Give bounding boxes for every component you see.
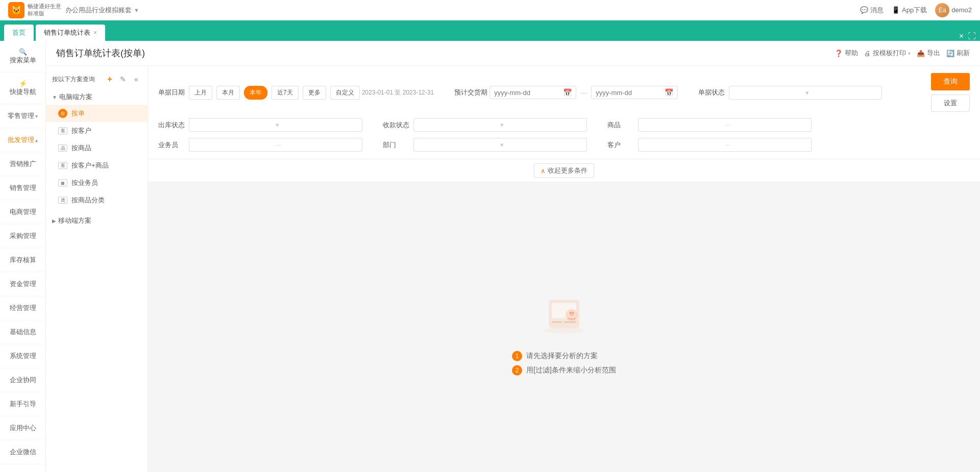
settings-button[interactable]: 设置 bbox=[931, 95, 970, 112]
top-bar-left: 🐱 畅捷通好生意 标准版 办公用品行业模拟账套 ▼ bbox=[8, 2, 139, 18]
tab-close-button[interactable]: × bbox=[93, 29, 97, 36]
calendar-end-icon[interactable]: 📅 bbox=[665, 88, 673, 97]
custom-date-btn[interactable]: 自定义 bbox=[330, 86, 360, 100]
date-range-text: 2023-01-01 至 2023-12-31 bbox=[362, 88, 434, 97]
print-dropdown-icon: ▾ bbox=[908, 51, 911, 56]
svg-point-0 bbox=[544, 327, 584, 334]
top-bar-right: 💬 消息 📱 App下载 Ea demo2 bbox=[860, 3, 972, 17]
sidebar-item-inventory[interactable]: 库存核算 bbox=[0, 248, 45, 272]
this-month-btn[interactable]: 本月 bbox=[216, 86, 240, 100]
mobile-icon: 📱 bbox=[892, 6, 900, 14]
collapse-filters-button[interactable]: ∧ 收起更多条件 bbox=[534, 163, 594, 178]
salesperson-more-icon[interactable]: ··· bbox=[274, 141, 357, 149]
sidebar-item-corp[interactable]: 企业协同 bbox=[0, 368, 45, 392]
message-icon: 💬 bbox=[860, 6, 868, 14]
customer-group: 客户 ··· bbox=[607, 138, 812, 152]
svg-rect-3 bbox=[552, 321, 562, 323]
app-download-button[interactable]: 📱 App下载 bbox=[892, 6, 927, 15]
sidebar-item-sales[interactable]: 销售管理 bbox=[0, 176, 45, 200]
help-button[interactable]: ❓ 帮助 bbox=[835, 49, 858, 58]
collection-status-select[interactable]: ▾ bbox=[413, 118, 587, 132]
user-menu[interactable]: Ea demo2 bbox=[935, 3, 972, 17]
maximize-button[interactable]: ⛶ bbox=[968, 32, 976, 41]
collapse-panel-button[interactable]: « bbox=[131, 74, 141, 84]
minimize-button[interactable]: × bbox=[959, 32, 964, 41]
add-plan-button[interactable]: + bbox=[105, 74, 115, 84]
goods-more-icon[interactable]: ··· bbox=[723, 121, 806, 129]
sidebar-item-search-menu[interactable]: 🔍 搜索菜单 bbox=[0, 41, 45, 73]
main-layout: 🔍 搜索菜单 ⚡ 快捷导航 零售管理 ▾ 批发管理 ▴ 营销推广 销售管理 电商… bbox=[0, 41, 980, 472]
refresh-button[interactable]: 🔄 刷新 bbox=[946, 49, 970, 58]
sidebar-item-app-center[interactable]: 应用中心 bbox=[0, 416, 45, 440]
page-title: 销售订单统计表(按单) bbox=[56, 47, 145, 59]
message-button[interactable]: 💬 消息 bbox=[860, 6, 884, 15]
last-7-days-btn[interactable]: 近7天 bbox=[272, 86, 299, 100]
empty-state: 1 请先选择要分析的方案 2 用[过滤]条件来缩小分析范围 bbox=[512, 279, 616, 375]
by-goods-icon: 品 bbox=[58, 145, 67, 152]
retail-expand-icon: ▾ bbox=[35, 113, 38, 119]
sidebar-item-quick-nav[interactable]: ⚡ 快捷导航 bbox=[0, 73, 45, 104]
delivery-date-end[interactable]: 📅 bbox=[591, 86, 678, 99]
help-icon: ❓ bbox=[835, 50, 843, 57]
current-year-btn[interactable]: 本年 bbox=[244, 86, 267, 100]
more-date-btn[interactable]: 更多 bbox=[303, 86, 326, 100]
customer-more-icon[interactable]: ··· bbox=[723, 141, 806, 149]
delivery-date-start[interactable]: 📅 bbox=[489, 86, 576, 99]
department-select[interactable]: ▾ bbox=[413, 138, 587, 152]
action-button-group: 查询 设置 bbox=[931, 73, 970, 112]
goods-select[interactable]: ··· bbox=[638, 118, 812, 132]
expected-delivery-group: 预计交货期 📅 — 📅 bbox=[454, 86, 678, 99]
empty-hints: 1 请先选择要分析的方案 2 用[过滤]条件来缩小分析范围 bbox=[512, 351, 616, 375]
sidebar-item-operations[interactable]: 经营管理 bbox=[0, 296, 45, 320]
plan-item-by-goods[interactable]: 品 按商品 bbox=[46, 139, 148, 157]
collapse-bar: ∧ 收起更多条件 bbox=[148, 159, 980, 182]
mobile-plan-group[interactable]: ▶ 移动端方案 bbox=[46, 213, 148, 228]
sidebar-item-ecommerce[interactable]: 电商管理 bbox=[0, 200, 45, 224]
left-panel-icons: + ✎ « bbox=[105, 74, 141, 84]
left-panel: 按以下方案查询 + ✎ « ▼ 电脑端方案 按 按单 bbox=[46, 66, 148, 472]
sidebar-item-newbie[interactable]: 新手引导 bbox=[0, 392, 45, 416]
export-button[interactable]: 📤 导出 bbox=[917, 49, 940, 58]
svg-point-7 bbox=[570, 312, 571, 313]
data-area: 1 请先选择要分析的方案 2 用[过滤]条件来缩小分析范围 bbox=[148, 182, 980, 472]
outbound-status-select[interactable]: ▾ bbox=[189, 118, 362, 132]
tab-active[interactable]: 销售订单统计表 × bbox=[36, 25, 105, 41]
print-button[interactable]: 🖨 按模板打印 ▾ bbox=[864, 49, 911, 58]
sidebar-item-purchase[interactable]: 采购管理 bbox=[0, 224, 45, 248]
delivery-date-end-input[interactable] bbox=[596, 89, 662, 97]
calendar-start-icon[interactable]: 📅 bbox=[563, 88, 572, 97]
salesperson-select[interactable]: ··· bbox=[189, 138, 362, 152]
last-month-btn[interactable]: 上月 bbox=[189, 86, 212, 100]
order-status-select[interactable]: ▾ bbox=[729, 86, 882, 100]
by-salesperson-icon: ▦ bbox=[58, 179, 67, 186]
tab-home[interactable]: 首页 bbox=[4, 25, 34, 41]
plan-item-by-category[interactable]: 类 按商品分类 bbox=[46, 192, 148, 209]
sidebar-item-corp-wechat[interactable]: 企业微信 bbox=[0, 440, 45, 464]
plan-item-by-customer-goods[interactable]: 客 按客户+商品 bbox=[46, 157, 148, 174]
delivery-date-start-input[interactable] bbox=[494, 89, 560, 97]
export-icon: 📤 bbox=[917, 50, 925, 57]
plan-section-mobile: ▶ 移动端方案 bbox=[46, 211, 148, 230]
pc-group-arrow: ▼ bbox=[52, 95, 57, 100]
filter-row-3: 业务员 ··· 部门 ▾ bbox=[158, 138, 970, 152]
pc-plan-group[interactable]: ▼ 电脑端方案 bbox=[46, 89, 148, 105]
plan-item-by-customer[interactable]: 客 按客户 bbox=[46, 122, 148, 139]
breadcrumb: 办公用品行业模拟账套 ▼ bbox=[65, 6, 139, 15]
plan-item-by-salesperson[interactable]: ▦ 按业务员 bbox=[46, 174, 148, 192]
sidebar-item-marketing[interactable]: 营销推广 bbox=[0, 152, 45, 176]
sidebar-item-wholesale[interactable]: 批发管理 ▴ bbox=[0, 128, 45, 152]
sidebar-item-basic[interactable]: 基础信息 bbox=[0, 320, 45, 344]
sidebar-item-retail[interactable]: 零售管理 ▾ bbox=[0, 104, 45, 128]
inner-layout: 按以下方案查询 + ✎ « ▼ 电脑端方案 按 按单 bbox=[46, 66, 980, 472]
edit-plan-button[interactable]: ✎ bbox=[118, 74, 128, 84]
search-button[interactable]: 查询 bbox=[931, 73, 970, 90]
customer-select[interactable]: ··· bbox=[638, 138, 812, 152]
sidebar-item-system[interactable]: 系统管理 bbox=[0, 344, 45, 368]
sidebar-item-finance[interactable]: 资金管理 bbox=[0, 272, 45, 296]
plan-item-by-order[interactable]: 按 按单 bbox=[46, 105, 148, 122]
logo-icon: 🐱 bbox=[8, 2, 24, 18]
empty-illustration bbox=[533, 279, 595, 341]
logo-text: 畅捷通好生意 标准版 bbox=[28, 3, 61, 16]
sidebar-item-member[interactable]: 畅会员 bbox=[0, 464, 45, 472]
order-status-group: 单据状态 ▾ bbox=[698, 86, 882, 100]
